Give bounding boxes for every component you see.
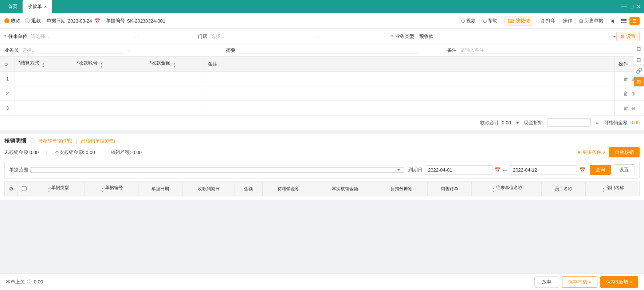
counterpart-more-icon[interactable]: ···: [134, 34, 141, 39]
save-draft-btn[interactable]: 保存草稿 ∧: [562, 276, 597, 288]
rfp-expand-icon[interactable]: ⊞: [634, 77, 644, 87]
settings-gear-icon: ⚙: [620, 34, 625, 39]
operation-action[interactable]: 操作: [563, 17, 572, 24]
section-divider: [0, 130, 644, 134]
bt-col-bill-type: ▲▼ 单据类型: [31, 182, 85, 196]
radio-dot-refund: [25, 18, 30, 23]
summary-input[interactable]: [237, 47, 418, 54]
range-filter: 单据范围: [9, 166, 404, 173]
row-delete-icon-2[interactable]: 🗑: [623, 91, 628, 97]
writeoff-section: 核销明细 ⓘ 待核销单据(0笔) | 已核销单据(0笔) 未核销金额 0.00 …: [0, 134, 644, 200]
print-action[interactable]: 🖨 打印: [540, 17, 555, 24]
more-conditions-btn[interactable]: ▼ 更多条件 ∧: [577, 149, 606, 156]
range-select[interactable]: [30, 167, 404, 173]
settings-button[interactable]: ⚙ 设置: [616, 32, 640, 41]
col-settlement: *结算方式 ▲▼: [15, 57, 73, 72]
bt-col-counterpart: ▲▼ 往来单位名称: [471, 182, 541, 196]
shortcut-btn[interactable]: ⌨ 快捷键: [504, 16, 533, 26]
bt-col-sales-order: 销售订单: [427, 182, 471, 196]
layout-icon: ☰: [632, 18, 637, 24]
footer-bar: 本单上欠 ⓘ 0.00 放弃 保存草稿 ∧ 保存&新增 ∧: [0, 273, 644, 290]
help-icon: ⊙: [483, 18, 487, 24]
rfp-table-icon[interactable]: ⊟: [634, 44, 644, 54]
radio-refund[interactable]: 退款: [25, 17, 41, 24]
bt-col-bill-no: ▲▼ 单据编号: [85, 182, 138, 196]
bt-col-discount: 折扣分摊额: [375, 182, 427, 196]
counterpart-input[interactable]: [30, 33, 131, 40]
receipt-table: ⚙ *结算方式 ▲▼ *收款账号 ▲▼ *收款金额 ▲▼: [0, 56, 644, 115]
shortcut-icon: ⌨: [508, 18, 515, 24]
pending-tab[interactable]: 待核销单据(0笔): [38, 138, 72, 144]
bt-checkbox-col: [18, 182, 31, 196]
bt-col-staff: 员工名称: [542, 182, 586, 196]
history-icon: ⊞: [579, 18, 583, 24]
window-close-icon[interactable]: ✕: [636, 3, 641, 10]
rfp-link-icon[interactable]: 🔗: [634, 66, 644, 76]
date-start-calendar-icon[interactable]: 📅: [495, 167, 500, 173]
bt-select-all[interactable]: [22, 186, 27, 191]
bt-settings-icon[interactable]: ⚙: [9, 186, 13, 192]
remark-field: 备注: [447, 47, 640, 54]
menu-lines-icon[interactable]: [621, 19, 627, 23]
form-row-1: * 往来单位 ··· 门店 ··· * 业务类型 预收款 ⚙ 设置: [0, 29, 644, 44]
discard-btn[interactable]: 放弃: [534, 276, 559, 288]
bill-date-field: 单据日期 2023-03-24 📅: [47, 17, 100, 24]
summary-field: 摘要: [226, 47, 418, 54]
shop-more-icon[interactable]: ···: [314, 34, 321, 39]
col-remark: 备注: [204, 57, 615, 72]
row-delete-icon-3[interactable]: 🗑: [623, 105, 628, 111]
row-copy-icon-3[interactable]: ⊕: [631, 105, 636, 111]
save-new-chevron: ∧: [630, 280, 632, 284]
staff-input[interactable]: [21, 47, 123, 54]
video-action[interactable]: ⊙ 视频: [461, 17, 476, 24]
writeoff-title: 核销明细: [4, 137, 26, 144]
row-delete-icon-1[interactable]: 🗑: [623, 76, 628, 82]
right-float-panel: ⊟ ⊡ 🔗 ⊞: [634, 44, 644, 87]
layout-btn[interactable]: ☰: [629, 17, 640, 25]
window-min-icon[interactable]: —: [621, 3, 627, 10]
bt-col-current-writeoff: 本次核销金额: [315, 182, 375, 196]
row-num-2: 2: [0, 86, 15, 101]
bt-settings-col: ⚙: [5, 182, 18, 196]
row-num-3: 3: [0, 101, 15, 115]
table-settings-icon[interactable]: ⚙: [4, 62, 8, 67]
bt-col-amount: 金额: [235, 182, 262, 196]
table-row: 2 🗑 ⊕: [0, 86, 644, 101]
staff-more-icon[interactable]: ···: [125, 48, 132, 53]
nav-tab-receipt[interactable]: 收款单 ×: [23, 0, 52, 13]
date-end-calendar-icon[interactable]: 📅: [580, 167, 585, 173]
radio-receipt[interactable]: 收款: [4, 17, 20, 24]
calendar-icon[interactable]: 📅: [94, 18, 100, 24]
counterpart-field: * 往来单位 ···: [4, 33, 192, 40]
shop-field: 门店 ···: [198, 33, 385, 40]
row-copy-icon-2[interactable]: ⊕: [631, 91, 636, 97]
history-action[interactable]: ⊞ 历史单据: [579, 17, 603, 24]
remark-input[interactable]: [459, 47, 640, 54]
auto-writeoff-btn[interactable]: 自动核销: [609, 147, 640, 157]
discount-input[interactable]: [547, 118, 591, 127]
writeoff-info-icon[interactable]: ⓘ: [30, 138, 35, 144]
bt-col-bill-date: 单据日期: [138, 182, 182, 196]
info-icon-footer: ⓘ: [27, 279, 32, 285]
tab-close-icon[interactable]: ×: [44, 4, 47, 9]
filter-actions: 查询 设置: [590, 164, 635, 175]
col-account: *收款账号 ▲▼: [73, 57, 146, 72]
business-type-chevron[interactable]: [613, 36, 616, 38]
table-row: 3 🗑 ⊕: [0, 101, 644, 115]
save-draft-chevron: ∧: [589, 280, 591, 284]
help-action[interactable]: ⊙ 帮助: [483, 17, 498, 24]
query-btn[interactable]: 查询: [590, 165, 611, 175]
done-tab[interactable]: 已核销单据(0笔): [81, 138, 115, 144]
filter-settings-btn[interactable]: 设置: [613, 164, 635, 175]
nav-prev-icon[interactable]: ◀: [610, 18, 614, 23]
window-max-icon[interactable]: □: [630, 3, 633, 10]
save-new-btn[interactable]: 保存&新增 ∧: [600, 276, 638, 288]
table-settings-col: ⚙: [0, 57, 15, 72]
shop-input[interactable]: [209, 33, 311, 40]
date-end-input[interactable]: [510, 165, 577, 175]
footer-actions: 放弃 保存草稿 ∧ 保存&新增 ∧: [534, 276, 638, 288]
nav-home[interactable]: 首页: [3, 0, 23, 13]
range-chevron: [397, 169, 401, 171]
date-start-input[interactable]: [425, 165, 492, 175]
rfp-doc-icon[interactable]: ⊡: [634, 55, 644, 65]
